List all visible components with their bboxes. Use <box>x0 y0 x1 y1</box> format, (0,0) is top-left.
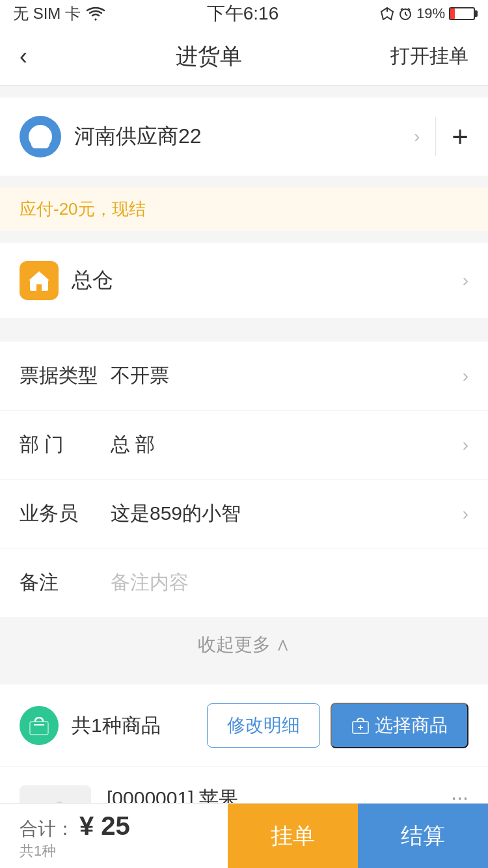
notes-placeholder: 备注内容 <box>98 569 468 596</box>
department-chevron-icon: › <box>463 435 468 455</box>
supplier-avatar <box>20 116 61 157</box>
page-title: 进货单 <box>176 42 242 72</box>
battery-percent: 19% <box>416 5 445 22</box>
svg-rect-11 <box>30 722 48 735</box>
svg-point-6 <box>35 129 46 139</box>
svg-rect-10 <box>36 284 42 291</box>
notes-label: 备注 <box>20 569 98 596</box>
alarm-icon <box>398 7 413 21</box>
svg-marker-9 <box>29 271 49 280</box>
ticket-type-value: 不开票 <box>98 362 463 389</box>
add-button[interactable]: + <box>452 120 468 153</box>
warehouse-chevron-icon: › <box>463 270 468 291</box>
status-time: 下午6:16 <box>207 1 279 26</box>
balance-notice: 应付-20元，现结 <box>0 187 488 231</box>
chevron-right-icon: › <box>414 126 420 147</box>
avatar-icon <box>29 125 52 148</box>
form-section: 票据类型 不开票 › 部 门 总 部 › 业务员 这是859的小智 › 备注 备… <box>0 342 488 617</box>
department-label: 部 门 <box>20 431 98 458</box>
wifi-icon <box>86 7 105 21</box>
svg-rect-12 <box>34 724 44 726</box>
products-count: 共1种商品 <box>72 712 207 739</box>
svg-line-3 <box>405 14 407 16</box>
products-header: 共1种商品 修改明细 选择商品 <box>0 685 488 766</box>
total-section: 合计： ¥ 25 共1种 <box>0 811 228 861</box>
collapse-button[interactable]: 收起更多 ∧ <box>0 617 488 673</box>
cart-icon <box>351 716 370 735</box>
department-value: 总 部 <box>98 431 463 458</box>
status-bar: 无 SIM 卡 下午6:16 19% <box>0 0 488 27</box>
location-icon <box>380 7 394 21</box>
select-product-label: 选择商品 <box>375 713 448 738</box>
salesperson-chevron-icon: › <box>463 504 468 524</box>
total-label: 合计： <box>20 817 74 841</box>
bottom-bar: 合计： ¥ 25 共1种 挂单 结算 <box>0 803 488 868</box>
warehouse-icon <box>20 261 59 300</box>
status-right: 19% <box>380 5 475 22</box>
carrier-label: 无 SIM 卡 <box>13 3 81 24</box>
back-button[interactable]: ‹ <box>20 43 27 70</box>
battery-icon <box>449 7 475 20</box>
department-row[interactable]: 部 门 总 部 › <box>0 411 488 480</box>
salesperson-value: 这是859的小智 <box>98 500 463 527</box>
vertical-divider <box>435 117 436 156</box>
ticket-type-row[interactable]: 票据类型 不开票 › <box>0 342 488 411</box>
ticket-chevron-icon: › <box>463 366 468 387</box>
supplier-section: 河南供应商22 › + <box>0 98 488 176</box>
ticket-type-label: 票据类型 <box>20 362 98 389</box>
warehouse-section[interactable]: 总仓 › <box>0 243 488 318</box>
warehouse-name: 总仓 <box>72 266 463 295</box>
select-product-button[interactable]: 选择商品 <box>331 703 468 748</box>
notes-row[interactable]: 备注 备注内容 <box>0 549 488 617</box>
hold-button[interactable]: 挂单 <box>228 804 358 869</box>
status-left: 无 SIM 卡 <box>13 3 105 24</box>
checkout-button[interactable]: 结算 <box>358 804 488 869</box>
nav-bar: ‹ 进货单 打开挂单 <box>0 27 488 86</box>
total-count: 共1种 <box>20 841 208 861</box>
salesperson-row[interactable]: 业务员 这是859的小智 › <box>0 480 488 549</box>
open-hold-button[interactable]: 打开挂单 <box>390 43 468 70</box>
svg-point-7 <box>31 139 49 148</box>
supplier-name: 河南供应商22 <box>74 122 414 151</box>
edit-detail-button[interactable]: 修改明细 <box>207 703 320 748</box>
total-amount: ¥ 25 <box>79 811 130 841</box>
products-icon <box>20 706 59 745</box>
supplier-row[interactable]: 河南供应商22 › + <box>0 98 488 176</box>
salesperson-label: 业务员 <box>20 500 98 527</box>
